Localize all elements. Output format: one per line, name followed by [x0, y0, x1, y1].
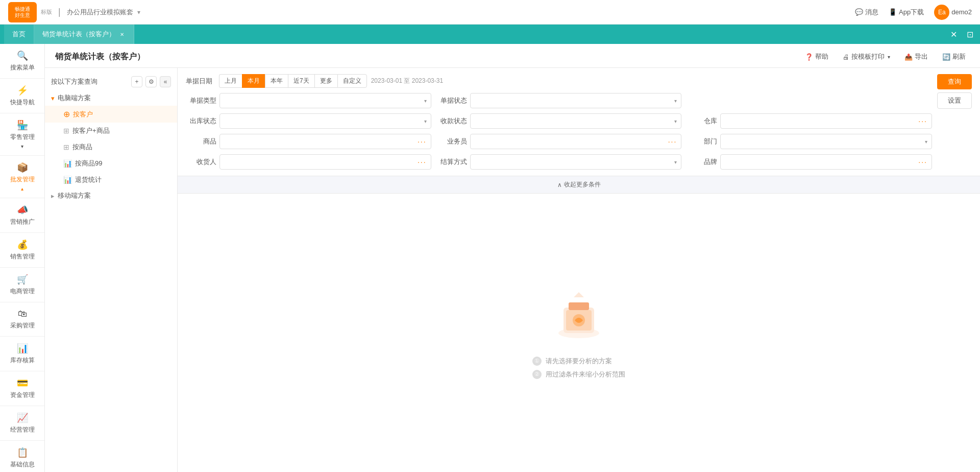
- settings-btn[interactable]: 设置: [937, 92, 972, 109]
- basic-info-label: 基础信息: [10, 460, 35, 469]
- tree-item-return-stats[interactable]: 📊 退货统计: [45, 172, 177, 188]
- tab-fullscreen-btn[interactable]: ⊡: [964, 28, 976, 40]
- tree-desktop-header[interactable]: ▾ 电脑端方案: [45, 90, 177, 106]
- export-btn[interactable]: 📤 导出: [900, 50, 932, 63]
- tree-mobile-arrow-icon: ▸: [51, 192, 55, 200]
- recipient-dots-icon: ···: [418, 158, 427, 166]
- tree-group-desktop: ▾ 电脑端方案 ⊕ 按客户 ⊞ 按客户+商品 ⊞ 按商品: [45, 90, 177, 188]
- inventory-icon: 📊: [17, 343, 28, 354]
- marketing-label: 营销推广: [10, 218, 35, 226]
- message-icon: 💬: [855, 8, 863, 16]
- outbound-select[interactable]: ▾: [219, 113, 431, 129]
- sidebar-item-basic-info[interactable]: 📋 基础信息: [0, 441, 44, 472]
- sidebar-item-sales[interactable]: 💰 销售管理: [0, 233, 44, 268]
- warehouse-label: 仓库: [687, 116, 717, 126]
- purchase-icon: 🛍: [18, 309, 27, 319]
- tab-close-icon[interactable]: ✕: [118, 31, 126, 38]
- operations-label: 经营管理: [10, 426, 35, 434]
- tree-item-by-customer[interactable]: ⊕ 按客户: [45, 106, 177, 123]
- sidebar-item-finance[interactable]: 💳 资金管理: [0, 371, 44, 406]
- brand-label: 品牌: [687, 157, 717, 167]
- by-customer-goods-label: 按客户+商品: [72, 126, 110, 135]
- salesperson-select[interactable]: ···: [470, 134, 682, 149]
- tree-arrow-icon: ▾: [51, 95, 55, 102]
- collapse-label: 收起更多条件: [564, 180, 601, 189]
- sales-report-tab-label: 销货单统计表（按客户）: [42, 30, 115, 39]
- tree-item-by-goods-99[interactable]: 📊 按商品99: [45, 155, 177, 172]
- payment-field: 收款状态 ▾: [436, 113, 682, 129]
- settlement-field: 结算方式 ▾: [436, 154, 682, 170]
- tab-close-btn[interactable]: ✕: [947, 28, 960, 40]
- wholesale-arrow-icon: ▴: [21, 186, 23, 192]
- refresh-icon: 🔄: [942, 53, 950, 61]
- sidebar-item-purchase[interactable]: 🛍 采购管理: [0, 302, 44, 337]
- user-profile[interactable]: Ea demo2: [934, 5, 972, 20]
- date-this-year-btn[interactable]: 本年: [265, 74, 288, 88]
- app-download-btn[interactable]: 📱 App下载: [889, 8, 924, 17]
- topbar-left: 畅捷通好生意 标版 | 办公用品行业模拟账套 ▾: [8, 2, 140, 22]
- quick-nav-icon: ⚡: [17, 85, 28, 96]
- sidebar-item-marketing[interactable]: 📣 营销推广: [0, 198, 44, 233]
- sidebar-item-ecommerce[interactable]: 🛒 电商管理: [0, 268, 44, 302]
- hint-1-number: ①: [532, 357, 542, 366]
- brand-select[interactable]: ···: [720, 154, 932, 170]
- tab-home[interactable]: 首页: [4, 25, 34, 44]
- collapse-bar[interactable]: ∧ 收起更多条件: [178, 176, 980, 194]
- empty-illustration: [548, 287, 609, 348]
- app-download-label: App下载: [899, 8, 924, 17]
- date-custom-btn[interactable]: 自定义: [337, 74, 367, 88]
- industry-dropdown-icon[interactable]: ▾: [137, 9, 140, 16]
- tree-item-by-goods[interactable]: ⊞ 按商品: [45, 139, 177, 155]
- sidebar-item-wholesale[interactable]: 📦 批发管理 ▴: [0, 156, 44, 198]
- help-btn[interactable]: ❓ 帮助: [801, 50, 832, 63]
- date-more-btn[interactable]: 更多: [314, 74, 337, 88]
- operations-icon: 📈: [17, 412, 28, 423]
- warehouse-field: 仓库 ···: [687, 113, 932, 129]
- order-type-arrow-icon: ▾: [424, 98, 427, 104]
- sidebar-item-operations[interactable]: 📈 经营管理: [0, 406, 44, 441]
- sidebar-item-quick-nav[interactable]: ⚡ 快捷导航: [0, 79, 44, 113]
- sidebar-item-inventory[interactable]: 📊 库存核算: [0, 337, 44, 371]
- by-goods-icon: ⊞: [63, 143, 69, 151]
- settings-scheme-btn[interactable]: ⚙: [145, 76, 157, 87]
- left-panel-icons: + ⚙ «: [131, 76, 171, 87]
- retail-arrow-icon: ▾: [21, 144, 23, 149]
- sidebar-item-search-menu[interactable]: 🔍 搜索菜单: [0, 44, 44, 79]
- recipient-select[interactable]: ···: [219, 154, 431, 170]
- date-last-7-btn[interactable]: 近7天: [288, 74, 314, 88]
- wholesale-icon: 📦: [17, 162, 28, 173]
- order-status-select[interactable]: ▾: [470, 93, 682, 108]
- tab-sales-report[interactable]: 销货单统计表（按客户） ✕: [34, 25, 134, 44]
- warehouse-select[interactable]: ···: [720, 113, 932, 129]
- by-goods-99-label: 按商品99: [75, 159, 102, 168]
- query-btn[interactable]: 查询: [937, 74, 972, 89]
- settlement-select[interactable]: ▾: [470, 154, 682, 170]
- department-select[interactable]: ▾: [720, 134, 932, 149]
- home-tab-label: 首页: [12, 30, 26, 39]
- add-scheme-btn[interactable]: +: [131, 76, 142, 87]
- date-this-month-btn[interactable]: 本月: [242, 74, 265, 88]
- tree-mobile-header[interactable]: ▸ 移动端方案: [45, 188, 177, 203]
- payment-select[interactable]: ▾: [470, 113, 682, 129]
- tree-item-by-customer-goods[interactable]: ⊞ 按客户+商品: [45, 123, 177, 139]
- outbound-field: 出库状态 ▾: [186, 113, 431, 129]
- topbar-right: 💬 消息 📱 App下载 Ea demo2: [855, 5, 972, 20]
- date-last-month-btn[interactable]: 上月: [219, 74, 242, 88]
- order-status-label: 单据状态: [436, 96, 467, 105]
- left-panel: 按以下方案查询 + ⚙ « ▾ 电脑端方案 ⊕ 按客户: [45, 68, 178, 472]
- salesperson-label: 业务员: [436, 137, 467, 146]
- sidebar-item-retail[interactable]: 🏪 零售管理 ▾: [0, 113, 44, 156]
- settlement-arrow-icon: ▾: [674, 159, 677, 165]
- empty-hint-1: ① 请先选择要分析的方案: [532, 357, 625, 366]
- collapse-panel-btn[interactable]: «: [160, 76, 171, 87]
- collapse-up-icon: ∧: [557, 181, 562, 188]
- hint-2-number: ②: [532, 370, 542, 379]
- brand-field: 品牌 ···: [687, 154, 932, 170]
- message-btn[interactable]: 💬 消息: [855, 8, 878, 17]
- export-label: 导出: [915, 52, 928, 61]
- goods-select[interactable]: ···: [219, 134, 431, 149]
- print-btn[interactable]: 🖨 按模板打印 ▾: [839, 50, 894, 63]
- order-type-select[interactable]: ▾: [219, 93, 431, 108]
- refresh-btn[interactable]: 🔄 刷新: [938, 50, 970, 63]
- warehouse-dots-icon: ···: [918, 117, 927, 125]
